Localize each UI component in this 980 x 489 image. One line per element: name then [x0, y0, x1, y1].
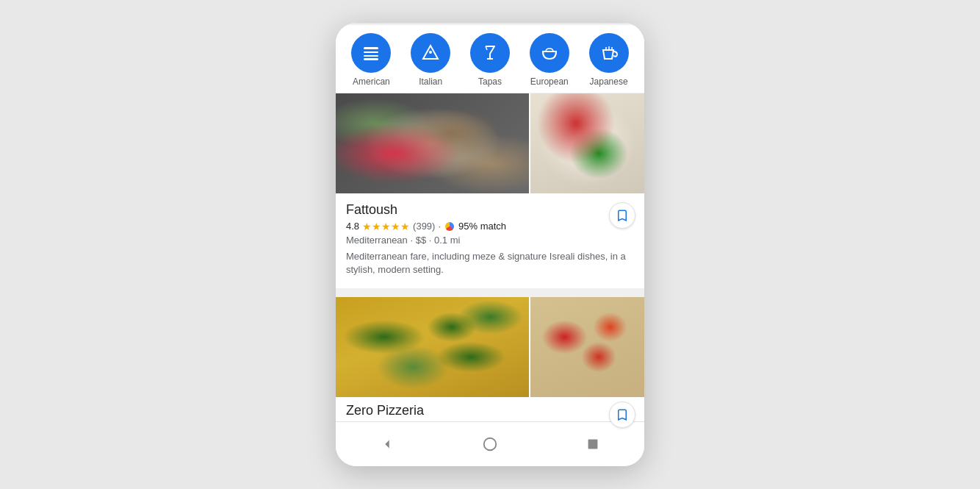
tapas-label: Tapas [478, 76, 502, 87]
european-icon-circle [530, 33, 569, 73]
burger-icon [361, 43, 381, 63]
category-tapas[interactable]: Tapas [464, 33, 516, 87]
svg-rect-3 [364, 58, 378, 60]
pizza-side-photo [530, 297, 644, 397]
svg-point-4 [429, 51, 432, 54]
svg-rect-0 [364, 47, 378, 49]
cocktail-icon [480, 43, 500, 63]
fattoush-desc: Mediterranean fare, including meze & sig… [346, 250, 634, 276]
svg-rect-1 [364, 51, 378, 53]
fattoush-stars: ★ ★ ★ ★ ★ [362, 221, 410, 232]
fattoush-review-count: (399) [413, 221, 435, 232]
fattoush-images[interactable] [336, 93, 644, 193]
home-icon [482, 436, 498, 452]
fattoush-meta: Mediterranean · $$ · 0.1 mi [346, 235, 634, 246]
match-dot-icon [445, 222, 454, 231]
screen: American Italian [336, 23, 644, 466]
pizzeria-side-image[interactable] [530, 297, 644, 397]
star-4: ★ [391, 221, 400, 232]
star-half: ★ [400, 221, 410, 232]
fattoush-main-image[interactable] [336, 93, 529, 193]
bowl-icon [539, 43, 560, 63]
recents-icon [585, 436, 601, 452]
category-european[interactable]: European [524, 33, 575, 87]
svg-rect-2 [364, 55, 378, 57]
svg-rect-13 [588, 440, 598, 449]
category-row: American Italian [336, 26, 644, 93]
tea-icon [599, 43, 619, 63]
home-button[interactable] [475, 429, 505, 459]
fattoush-bookmark-button[interactable] [609, 202, 635, 229]
category-american[interactable]: American [345, 33, 397, 87]
tapas-icon-circle [470, 33, 510, 73]
fattoush-side-image[interactable] [530, 93, 644, 193]
pizza-icon [420, 43, 441, 63]
american-label: American [353, 76, 390, 87]
american-icon-circle [351, 33, 391, 73]
fattoush-side-photo [530, 93, 644, 193]
fattoush-rating-row: 4.8 ★ ★ ★ ★ ★ (399) · 95% match [346, 221, 634, 232]
bookmark-icon-2 [616, 408, 629, 421]
category-japanese[interactable]: Japanese [583, 33, 635, 87]
dot-separator: · [438, 221, 441, 232]
star-1: ★ [362, 221, 372, 232]
star-2: ★ [372, 221, 381, 232]
european-label: European [530, 76, 569, 87]
fattoush-info: Fattoush 4.8 ★ ★ ★ ★ ★ (399) · 95% match [336, 193, 644, 287]
japanese-label: Japanese [590, 76, 628, 87]
svg-point-12 [484, 438, 497, 451]
fattoush-match: 95% match [458, 221, 506, 232]
phone-shell: American Italian [336, 23, 644, 466]
pizza-main-photo [336, 297, 529, 397]
star-3: ★ [381, 221, 391, 232]
fattoush-main-photo [336, 93, 529, 193]
pizzeria-bookmark-button[interactable] [609, 401, 635, 428]
category-italian[interactable]: Italian [405, 33, 456, 87]
fattoush-rating-number: 4.8 [346, 221, 359, 232]
navigation-bar [336, 421, 644, 466]
back-button[interactable] [372, 429, 402, 459]
pizzeria-info-partial: Zero Pizzeria [336, 397, 644, 421]
pizzeria-main-image[interactable] [336, 297, 529, 397]
japanese-icon-circle [589, 33, 629, 73]
fattoush-name[interactable]: Fattoush [346, 202, 634, 218]
pizzeria-name[interactable]: Zero Pizzeria [346, 403, 634, 418]
italian-icon-circle [411, 33, 450, 73]
restaurant-card-zero-pizzeria: Zero Pizzeria [336, 293, 644, 421]
back-icon [379, 436, 395, 452]
recents-button[interactable] [578, 429, 608, 459]
restaurant-card-fattoush: Fattoush 4.8 ★ ★ ★ ★ ★ (399) · 95% match [336, 93, 644, 287]
bookmark-icon [616, 209, 629, 222]
svg-marker-11 [385, 440, 389, 449]
italian-label: Italian [419, 76, 442, 87]
pizzeria-images[interactable] [336, 297, 644, 397]
